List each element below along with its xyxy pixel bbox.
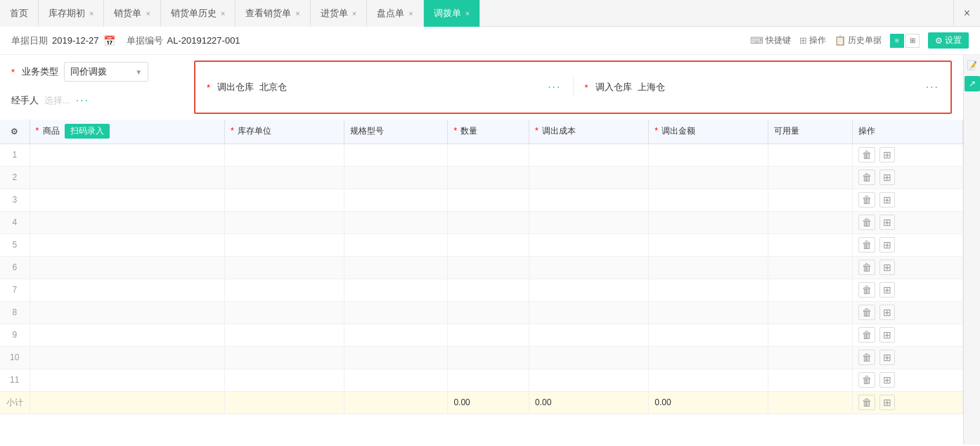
row-product[interactable] — [30, 144, 224, 166]
row-amount[interactable] — [649, 166, 768, 189]
row-unit[interactable] — [224, 144, 344, 166]
delete-icon[interactable]: 🗑 — [858, 215, 875, 230]
person-more-icon[interactable]: ··· — [76, 94, 89, 107]
row-qty[interactable] — [448, 144, 529, 166]
window-close-button[interactable]: × — [953, 0, 980, 27]
copy-icon[interactable]: ⊞ — [879, 237, 895, 253]
tab-purchase[interactable]: 进货单 × — [311, 0, 367, 27]
subtotal-copy-icon[interactable]: ⊞ — [879, 395, 895, 410]
row-qty[interactable] — [448, 234, 529, 256]
delete-icon[interactable]: 🗑 — [858, 350, 875, 365]
row-amount[interactable] — [649, 324, 768, 346]
copy-icon[interactable]: ⊞ — [879, 147, 895, 163]
row-amount[interactable] — [649, 279, 768, 301]
copy-icon[interactable]: ⊞ — [879, 350, 895, 365]
row-cost[interactable] — [529, 301, 649, 324]
tab-inventory-init-close[interactable]: × — [89, 9, 94, 18]
row-amount[interactable] — [649, 211, 768, 234]
operations-button[interactable]: ⊞ 操作 — [799, 34, 826, 46]
copy-icon[interactable]: ⊞ — [879, 170, 895, 185]
calendar-icon[interactable]: 📅 — [103, 35, 115, 46]
tab-inventory-init[interactable]: 库存期初 × — [39, 0, 104, 27]
copy-icon[interactable]: ⊞ — [879, 260, 895, 275]
row-cost[interactable] — [529, 144, 649, 166]
row-qty[interactable] — [448, 211, 529, 234]
row-unit[interactable] — [224, 211, 344, 234]
row-product[interactable] — [30, 211, 224, 234]
row-amount[interactable] — [649, 301, 768, 324]
row-spec[interactable] — [344, 144, 448, 166]
row-cost[interactable] — [529, 324, 649, 346]
shortcuts-button[interactable]: ⌨ 快捷键 — [750, 34, 791, 46]
tab-stocktake[interactable]: 盘点单 × — [367, 0, 423, 27]
delete-icon[interactable]: 🗑 — [858, 170, 875, 185]
row-spec[interactable] — [344, 211, 448, 234]
row-unit[interactable] — [224, 346, 344, 369]
tab-check-sales[interactable]: 查看销货单 × — [236, 0, 310, 27]
row-spec[interactable] — [344, 189, 448, 211]
tab-transfer-close[interactable]: × — [465, 9, 470, 18]
subtotal-delete-icon[interactable]: 🗑 — [858, 395, 875, 410]
row-spec[interactable] — [344, 324, 448, 346]
row-unit[interactable] — [224, 256, 344, 279]
row-product[interactable] — [30, 279, 224, 301]
row-cost[interactable] — [529, 256, 649, 279]
row-qty[interactable] — [448, 369, 529, 391]
row-unit[interactable] — [224, 234, 344, 256]
copy-icon[interactable]: ⊞ — [879, 192, 895, 208]
tab-stocktake-close[interactable]: × — [408, 9, 413, 18]
delete-icon[interactable]: 🗑 — [858, 372, 875, 388]
sidebar-expand-icon[interactable]: ↗ — [965, 76, 980, 91]
row-product[interactable] — [30, 166, 224, 189]
row-qty[interactable] — [448, 166, 529, 189]
tab-purchase-close[interactable]: × — [352, 9, 356, 18]
row-cost[interactable] — [529, 211, 649, 234]
row-spec[interactable] — [344, 301, 448, 324]
transfer-in-more-icon[interactable]: ··· — [926, 81, 939, 94]
row-spec[interactable] — [344, 234, 448, 256]
scan-button[interactable]: 扫码录入 — [65, 124, 110, 139]
tab-home[interactable]: 首页 — [0, 0, 39, 27]
row-qty[interactable] — [448, 346, 529, 369]
delete-icon[interactable]: 🗑 — [858, 147, 875, 163]
delete-icon[interactable]: 🗑 — [858, 327, 875, 343]
row-spec[interactable] — [344, 346, 448, 369]
row-spec[interactable] — [344, 166, 448, 189]
row-qty[interactable] — [448, 256, 529, 279]
copy-icon[interactable]: ⊞ — [879, 305, 895, 320]
row-unit[interactable] — [224, 166, 344, 189]
settings-button[interactable]: ⚙ 设置 — [928, 32, 969, 49]
row-product[interactable] — [30, 256, 224, 279]
row-cost[interactable] — [529, 234, 649, 256]
row-spec[interactable] — [344, 279, 448, 301]
grid-view-button[interactable]: ≡ — [890, 34, 904, 48]
row-product[interactable] — [30, 234, 224, 256]
row-product[interactable] — [30, 346, 224, 369]
tab-transfer[interactable]: 调拨单 × — [424, 0, 480, 27]
row-amount[interactable] — [649, 369, 768, 391]
row-product[interactable] — [30, 301, 224, 324]
col-settings-header[interactable]: ⚙ — [0, 120, 30, 144]
row-qty[interactable] — [448, 301, 529, 324]
row-cost[interactable] — [529, 166, 649, 189]
business-type-select[interactable]: 同价调拨 ▼ — [64, 62, 148, 82]
row-cost[interactable] — [529, 346, 649, 369]
row-qty[interactable] — [448, 279, 529, 301]
delete-icon[interactable]: 🗑 — [858, 260, 875, 275]
person-select[interactable]: 选择... — [44, 94, 70, 107]
history-docs-button[interactable]: 📋 历史单据 — [834, 34, 882, 46]
row-qty[interactable] — [448, 189, 529, 211]
row-unit[interactable] — [224, 301, 344, 324]
row-product[interactable] — [30, 369, 224, 391]
row-amount[interactable] — [649, 346, 768, 369]
row-qty[interactable] — [448, 324, 529, 346]
tab-check-sales-close[interactable]: × — [295, 9, 299, 18]
delete-icon[interactable]: 🗑 — [858, 192, 875, 208]
row-cost[interactable] — [529, 189, 649, 211]
row-amount[interactable] — [649, 256, 768, 279]
table-view-button[interactable]: ⊞ — [905, 34, 920, 48]
row-product[interactable] — [30, 189, 224, 211]
row-cost[interactable] — [529, 369, 649, 391]
delete-icon[interactable]: 🗑 — [858, 305, 875, 320]
tab-sales-history-close[interactable]: × — [221, 9, 225, 18]
